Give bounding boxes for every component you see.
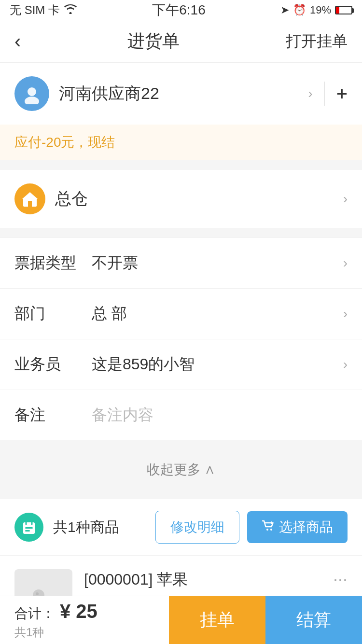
supplier-row[interactable]: 河南供应商22 › + (0, 63, 362, 125)
product-name: [0000001] 苹果 (84, 569, 325, 590)
svg-rect-4 (28, 201, 32, 207)
warehouse-section: 总仓 › (0, 170, 362, 228)
warehouse-name: 总仓 (55, 188, 343, 210)
location-icon: ➤ (280, 4, 289, 16)
open-hang-button[interactable]: 打开挂单 (286, 31, 348, 52)
product-count-icon (14, 513, 43, 542)
invoice-label: 票据类型 (14, 252, 92, 274)
supplier-section: 河南供应商22 › + 应付-20元，现结 (0, 63, 362, 160)
supplier-chevron-icon: › (308, 86, 312, 101)
wifi-icon (64, 3, 77, 17)
total-section: 合计： ¥ 25 共1种 (0, 596, 169, 644)
salesperson-value: 这是859的小智 (92, 354, 343, 375)
salesperson-chevron-icon: › (343, 357, 348, 372)
select-product-button[interactable]: 选择商品 (247, 511, 348, 543)
dept-chevron-icon: › (343, 306, 348, 322)
form-section: 票据类型 不开票 › 部门 总 部 › 业务员 这是859的小智 › 备注 备注… (0, 238, 362, 440)
supplier-notice: 应付-20元，现结 (0, 125, 362, 160)
invoice-chevron-icon: › (343, 255, 348, 271)
nav-bar: ‹ 进货单 打开挂单 (0, 20, 362, 63)
status-left: 无 SIM 卡 (10, 2, 77, 18)
product-header: 共1种商品 修改明细 选择商品 (0, 499, 362, 555)
cart-icon (262, 519, 275, 535)
supplier-divider (324, 82, 325, 106)
warehouse-chevron-icon: › (343, 191, 348, 207)
dept-row[interactable]: 部门 总 部 › (0, 288, 362, 339)
total-count: 共1种 (14, 625, 154, 640)
page-title: 进货单 (127, 29, 180, 53)
svg-point-0 (28, 87, 36, 96)
svg-point-1 (25, 97, 39, 104)
svg-rect-6 (25, 527, 33, 529)
warehouse-row[interactable]: 总仓 › (0, 170, 362, 228)
product-title: 苹果 (157, 571, 188, 588)
product-count-text: 共1种商品 (53, 518, 155, 537)
invoice-value: 不开票 (92, 252, 343, 274)
salesperson-label: 业务员 (14, 354, 92, 375)
edit-detail-button[interactable]: 修改明细 (155, 511, 239, 544)
remark-label: 备注 (14, 405, 92, 426)
product-menu-button[interactable]: ··· (333, 569, 348, 589)
svg-point-11 (36, 592, 39, 595)
back-button[interactable]: ‹ (14, 30, 21, 52)
bottom-bar: 合计： ¥ 25 共1种 挂单 结算 (0, 596, 362, 644)
select-product-label: 选择商品 (279, 518, 333, 536)
battery-percent: 19% (310, 4, 331, 16)
svg-point-8 (266, 529, 268, 531)
dept-label: 部门 (14, 303, 92, 324)
add-supplier-button[interactable]: + (336, 83, 348, 105)
salesperson-row[interactable]: 业务员 这是859的小智 › (0, 339, 362, 390)
dept-value: 总 部 (92, 303, 343, 324)
warehouse-icon (14, 183, 45, 214)
total-label: 合计： ¥ 25 (14, 601, 154, 623)
battery-icon (335, 6, 352, 14)
invoice-row[interactable]: 票据类型 不开票 › (0, 238, 362, 288)
svg-marker-3 (22, 192, 38, 199)
checkout-button[interactable]: 结算 (265, 596, 362, 644)
svg-rect-7 (25, 530, 30, 532)
total-text: 合计： (14, 604, 55, 623)
svg-point-9 (270, 529, 272, 531)
status-bar: 无 SIM 卡 下午6:16 ➤ ⏰ 19% (0, 0, 362, 20)
status-right: ➤ ⏰ 19% (280, 4, 352, 16)
collapse-row[interactable]: 收起更多 ∧ (0, 450, 362, 490)
remark-row[interactable]: 备注 备注内容 (0, 390, 362, 440)
product-code: [0000001] (84, 571, 153, 588)
sim-status: 无 SIM 卡 (10, 2, 60, 18)
status-time: 下午6:16 (152, 1, 206, 19)
supplier-name: 河南供应商22 (59, 83, 308, 105)
supplier-avatar (14, 76, 49, 111)
hang-button[interactable]: 挂单 (169, 596, 265, 644)
collapse-label: 收起更多 ∧ (147, 462, 216, 477)
total-amount: ¥ 25 (60, 601, 97, 622)
alarm-icon: ⏰ (293, 4, 306, 16)
remark-input[interactable]: 备注内容 (92, 405, 348, 426)
